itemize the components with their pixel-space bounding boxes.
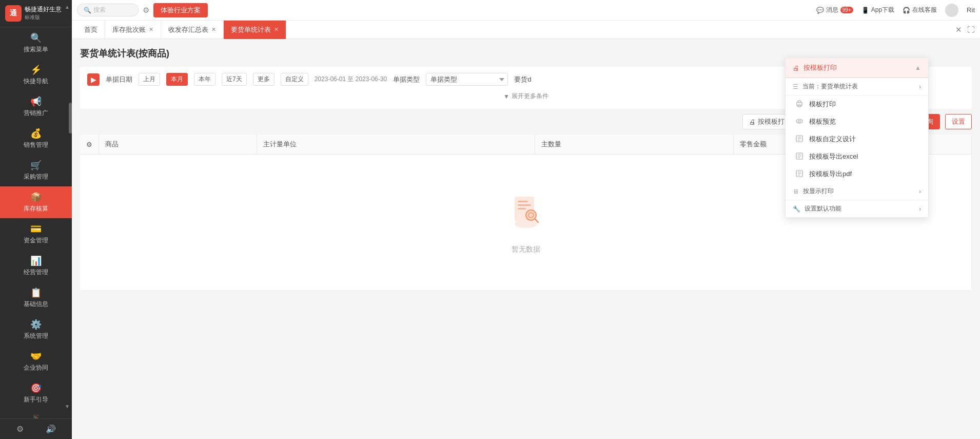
- svg-point-12: [798, 120, 800, 122]
- print-icon: 🖨: [749, 118, 756, 126]
- dropdown-display-print-header[interactable]: 🖥 按显示打印 ›: [786, 183, 928, 200]
- settings-icon[interactable]: ⚙: [16, 424, 24, 434]
- tab-collection-summary[interactable]: 收发存汇总表 ✕: [161, 21, 224, 39]
- tab-inventory-batch-label: 库存批次账: [112, 25, 146, 34]
- sidebar-item-system[interactable]: ⚙️ 系统管理: [0, 314, 72, 346]
- date-btn-prev-month[interactable]: 上月: [139, 73, 160, 86]
- header-left: 🔍 搜索 ⚙ 体验行业方案: [77, 3, 208, 17]
- sidebar-item-label: 新手引导: [24, 395, 48, 404]
- tab-close-icon[interactable]: ✕: [211, 26, 216, 33]
- tab-expand-icon[interactable]: ⛶: [967, 25, 975, 34]
- search-icon: 🔍: [84, 7, 91, 14]
- header-gear-icon[interactable]: ⚙: [143, 6, 149, 15]
- type-filter-select[interactable]: 单据类型: [426, 73, 508, 86]
- pdf-icon: [796, 170, 804, 179]
- tab-close-icon[interactable]: ✕: [274, 26, 279, 33]
- sidebar: 通 畅捷通好生意 标准版 ▲ 🔍 搜索菜单 ⚡ 快捷导航 📢 营销推广 💰 销售…: [0, 0, 72, 439]
- sidebar-item-purchase[interactable]: 🛒 采购管理: [0, 155, 72, 186]
- sidebar-item-label: 采购管理: [24, 173, 48, 181]
- printer-icon: [796, 100, 804, 109]
- app-logo-icon: 通: [5, 5, 22, 22]
- finance-icon: 💳: [30, 223, 42, 235]
- expand-more-button[interactable]: ▼ 展开更多条件: [497, 90, 555, 103]
- message-label: 消息: [826, 6, 838, 14]
- dropdown-header-left: 🖨 按模板打印: [793, 63, 837, 72]
- sidebar-item-label: 经营管理: [24, 268, 48, 277]
- online-service-button[interactable]: 🎧 在线客服: [903, 6, 937, 14]
- sidebar-item-label: 库存核算: [24, 204, 48, 213]
- dropdown-item-template-design[interactable]: 模板自定义设计: [786, 130, 928, 148]
- tab-order-stats[interactable]: 要货单统计表 ✕: [224, 21, 286, 39]
- dropdown-item-export-pdf[interactable]: 按模板导出pdf: [786, 165, 928, 183]
- settings-button[interactable]: 设置: [945, 114, 972, 129]
- chevron-right-icon: ›: [919, 188, 921, 195]
- sidebar-item-operations[interactable]: 📊 经营管理: [0, 250, 72, 282]
- sidebar-item-collab[interactable]: 🤝 企业协同: [0, 346, 72, 377]
- dropdown-default-func-section: 🔧 设置默认功能 ›: [786, 200, 928, 218]
- sidebar-scroll-down-area: ▼: [63, 399, 72, 413]
- header-search-bar[interactable]: 🔍 搜索: [77, 4, 139, 16]
- message-button[interactable]: 💬 消息 99+: [816, 6, 853, 14]
- dropdown-default-func-header[interactable]: 🔧 设置默认功能 ›: [786, 200, 928, 217]
- app-download-button[interactable]: 📱 App下载: [861, 6, 894, 14]
- sidebar-item-apps[interactable]: 📱 应用中心: [0, 409, 72, 418]
- scroll-down-btn[interactable]: ▼: [63, 402, 72, 411]
- svg-rect-2: [518, 201, 528, 202]
- dropdown-item-label: 模板打印: [809, 100, 836, 109]
- date-btn-custom[interactable]: 自定义: [281, 73, 308, 86]
- date-range-display: 2023-06-01 至 2023-06-30: [315, 75, 387, 84]
- sidebar-nav: 🔍 搜索菜单 ⚡ 快捷导航 📢 营销推广 💰 销售管理 🛒 采购管理 📦 库存核…: [0, 27, 72, 418]
- app-version: 标准版: [25, 14, 62, 21]
- sidebar-item-search[interactable]: 🔍 搜索菜单: [0, 27, 72, 59]
- dropdown-item-label: 按模板导出excel: [809, 152, 858, 161]
- dropdown-collapse-icon[interactable]: ▲: [915, 64, 921, 71]
- tab-inventory-batch[interactable]: 库存批次账 ✕: [105, 21, 161, 39]
- user-avatar[interactable]: [945, 4, 958, 17]
- sidebar-item-sales[interactable]: 💰 销售管理: [0, 123, 72, 155]
- type-filter-label: 单据类型: [393, 75, 420, 84]
- date-btn-current-year[interactable]: 本年: [194, 73, 215, 86]
- tab-close-all-icon[interactable]: ✕: [955, 25, 962, 34]
- top-header: 🔍 搜索 ⚙ 体验行业方案 💬 消息 99+ 📱 App下载 🎧 在线客服 Ri…: [72, 0, 980, 21]
- empty-text: 暂无数据: [512, 245, 540, 254]
- sidebar-item-inventory[interactable]: 📦 库存核算: [0, 186, 72, 218]
- empty-icon: [505, 190, 546, 239]
- svg-rect-10: [798, 101, 801, 103]
- date-btn-7days[interactable]: 近7天: [222, 73, 247, 86]
- tab-collection-summary-label: 收发存汇总表: [168, 25, 208, 34]
- date-btn-current-month[interactable]: 本月: [166, 73, 188, 86]
- guide-icon: 🎯: [30, 383, 42, 394]
- filter-expand-button[interactable]: ▶: [87, 73, 100, 86]
- dropdown-title: 按模板打印: [803, 63, 837, 72]
- dropdown-item-label: 按模板导出pdf: [809, 169, 852, 179]
- tab-home[interactable]: 首页: [77, 21, 105, 39]
- sidebar-scrollbar[interactable]: [69, 103, 72, 133]
- date-btn-more[interactable]: 更多: [253, 73, 275, 86]
- dropdown-item-template-print[interactable]: 模板打印: [786, 96, 928, 113]
- dropdown-item-template-preview[interactable]: 模板预览: [786, 113, 928, 130]
- inventory-icon: 📦: [30, 192, 42, 203]
- user-name[interactable]: Rit: [967, 6, 975, 14]
- chevron-right-icon: ›: [919, 205, 921, 213]
- app-download-label: App下载: [871, 6, 894, 14]
- dropdown-header[interactable]: 🖨 按模板打印 ▲: [786, 58, 928, 78]
- dropdown-item-export-excel[interactable]: 按模板导出excel: [786, 148, 928, 165]
- sidebar-item-label: 资金管理: [24, 236, 48, 245]
- sidebar-item-marketing[interactable]: 📢 营销推广: [0, 91, 72, 123]
- sidebar-item-label: 搜索菜单: [24, 45, 48, 54]
- dropdown-current-header[interactable]: ☰ 当前：要货单统计表 ›: [786, 78, 928, 95]
- expand-more-label: 展开更多条件: [512, 92, 548, 101]
- sidebar-item-guide[interactable]: 🎯 新手引导: [0, 377, 72, 409]
- tab-close-icon[interactable]: ✕: [149, 26, 153, 33]
- scroll-up-btn[interactable]: ▲: [63, 2, 72, 12]
- expand-chevron-icon: ▼: [503, 93, 509, 100]
- sidebar-item-finance[interactable]: 💳 资金管理: [0, 218, 72, 250]
- volume-icon[interactable]: 🔊: [46, 424, 56, 434]
- display-print-label: 按显示打印: [803, 187, 919, 196]
- trial-industry-button[interactable]: 体验行业方案: [153, 3, 208, 17]
- sidebar-item-basic[interactable]: 📋 基础信息: [0, 282, 72, 314]
- table-col-settings[interactable]: ⚙: [80, 135, 99, 155]
- sidebar-item-quick-nav[interactable]: ⚡ 快捷导航: [0, 59, 72, 91]
- dropdown-display-print-section: 🖥 按显示打印 ›: [786, 183, 928, 200]
- message-badge: 99+: [840, 7, 853, 13]
